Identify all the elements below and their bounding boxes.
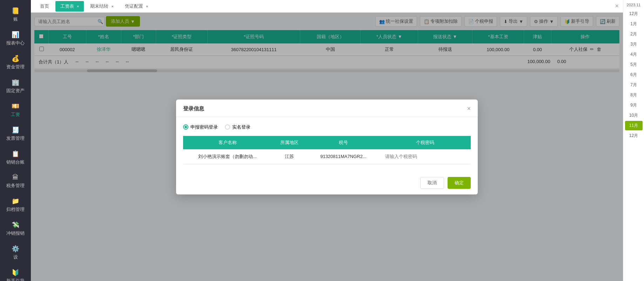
modal-table: 客户名称 所属地区 税号 个税密码 刘小艳演示账套（勿删勿动... 江苏 913…: [183, 136, 471, 164]
sidebar-item-label: 冲销报销: [6, 230, 25, 237]
modal-header: 登录信息 ×: [176, 100, 478, 117]
sidebar-item-label: 资金管理: [6, 64, 25, 70]
sidebar-item-assets[interactable]: 🏢 固定资产: [0, 74, 31, 98]
sidebar-item-archive[interactable]: 📁 归档管理: [0, 193, 31, 217]
cal-month-11[interactable]: 11月: [625, 121, 643, 130]
modal-col-tax-number: 税号: [307, 136, 380, 149]
tab-period-end-label: 期末结转: [90, 3, 108, 9]
tab-period-end[interactable]: 期末结转 ×: [85, 1, 118, 12]
sidebar-item-label: 发票管理: [6, 135, 25, 142]
cal-month-10[interactable]: 10月: [625, 111, 643, 120]
cal-month-7[interactable]: 7月: [625, 80, 643, 90]
sidebar-item-report[interactable]: 📊 报表中心: [0, 27, 31, 50]
modal-cell-tax-number: 91320811MA7NGR2...: [307, 149, 380, 164]
cal-month-12-prev[interactable]: 12月: [625, 9, 643, 19]
cal-month-9[interactable]: 9月: [625, 101, 643, 110]
report-icon: 📊: [12, 31, 19, 39]
cal-month-12[interactable]: 12月: [625, 131, 643, 140]
sidebar-item-label: 报表中心: [6, 40, 25, 46]
content-area: 🔍 添加人员 ▼ 👥 统一社保设置 📋 专项附加扣除 📄 个税申报 ⬇ 导出: [31, 13, 623, 281]
cal-month-5[interactable]: 5月: [625, 60, 643, 69]
reimbursement-icon: 💸: [12, 221, 19, 229]
modal-col-client: 客户名称: [183, 136, 272, 149]
modal-close-button[interactable]: ×: [467, 105, 471, 112]
sidebar-item-label: 归档管理: [6, 206, 25, 213]
sidebar-item-label: 工资: [11, 111, 20, 118]
radio-realname-label: 实名登录: [232, 124, 250, 130]
tax-password-input[interactable]: [385, 154, 467, 159]
sidebar-item-funds[interactable]: 💰 资金管理: [0, 50, 31, 74]
close-main-icon[interactable]: ×: [615, 2, 619, 10]
sidebar-item-account[interactable]: 📒 账: [0, 3, 31, 27]
tax-icon: 🏛: [12, 174, 19, 181]
calendar-year: 2023.11: [627, 3, 641, 7]
close-period-tab-icon[interactable]: ×: [111, 4, 113, 8]
sidebar-item-label: 销销台账: [6, 159, 25, 165]
tab-home[interactable]: 首页: [35, 1, 54, 12]
sidebar-item-invoice[interactable]: 🧾 发票管理: [0, 122, 31, 146]
guide-icon: 🔰: [12, 269, 19, 276]
confirm-button[interactable]: 确定: [448, 177, 471, 189]
tab-home-label: 首页: [40, 3, 49, 9]
login-info-modal: 登录信息 × 申报密码登录 实名登录: [176, 100, 478, 194]
radio-realname-login[interactable]: 实名登录: [225, 124, 250, 130]
calendar-panel: 2023.11 12月 1月 2月 3月 4月 5月 6月 7月 8月 9月 1…: [623, 0, 644, 281]
sidebar-item-salary[interactable]: 💴 工资: [0, 98, 31, 122]
modal-cell-password[interactable]: [380, 149, 471, 164]
tab-salary-label: 工资表: [60, 3, 74, 9]
settings-icon: ⚙️: [12, 245, 19, 253]
modal-col-region: 所属地区: [272, 136, 307, 149]
main-area: 首页 工资表 × 期末结转 × 凭证配置 × × 🔍 添加人员 ▼: [31, 0, 623, 281]
archive-icon: 📁: [12, 197, 19, 205]
cal-month-1[interactable]: 1月: [625, 19, 643, 29]
modal-table-row: 刘小艳演示账套（勿删勿动... 江苏 91320811MA7NGR2...: [183, 149, 471, 164]
tab-voucher-config[interactable]: 凭证配置 ×: [120, 1, 153, 12]
cal-month-2[interactable]: 2月: [625, 29, 643, 39]
tab-bar: 首页 工资表 × 期末结转 × 凭证配置 × ×: [31, 0, 623, 13]
modal-footer: 取消 确定: [176, 171, 478, 194]
tab-voucher-label: 凭证配置: [125, 3, 143, 9]
sidebar-item-label: 新手引导: [6, 278, 25, 281]
tab-salary[interactable]: 工资表 ×: [55, 1, 84, 12]
radio-password-circle: [183, 124, 188, 130]
modal-cell-client-name: 刘小艳演示账套（勿删勿动...: [183, 149, 272, 164]
radio-realname-circle: [225, 124, 230, 130]
invoice-icon: 🧾: [12, 126, 19, 134]
modal-overlay: 登录信息 × 申报密码登录 实名登录: [31, 13, 623, 281]
cal-month-4[interactable]: 4月: [625, 50, 643, 59]
ledger-icon: 📋: [12, 150, 19, 158]
cal-month-8[interactable]: 8月: [625, 90, 643, 100]
radio-password-login[interactable]: 申报密码登录: [183, 124, 218, 130]
account-icon: 📒: [12, 7, 19, 15]
modal-cell-region: 江苏: [272, 149, 307, 164]
sidebar-item-reimbursement[interactable]: 💸 冲销报销: [0, 217, 31, 241]
sidebar-item-settings[interactable]: ⚙️ 设: [0, 241, 31, 265]
radio-group: 申报密码登录 实名登录: [183, 124, 471, 130]
cancel-button[interactable]: 取消: [420, 177, 444, 189]
cal-month-6[interactable]: 6月: [625, 70, 643, 80]
sidebar-item-label: 固定资产: [6, 88, 25, 94]
radio-password-label: 申报密码登录: [190, 124, 218, 130]
sidebar-item-label: 账: [13, 16, 18, 22]
sidebar-item-guide[interactable]: 🔰 新手引导: [0, 265, 31, 281]
modal-body: 申报密码登录 实名登录 客户名称 所属地区: [176, 117, 478, 171]
sidebar: 📒 账 📊 报表中心 💰 资金管理 🏢 固定资产 💴 工资 🧾 发票管理 📋 销…: [0, 0, 31, 281]
sidebar-item-label: 设: [13, 254, 18, 260]
modal-col-password: 个税密码: [380, 136, 471, 149]
cal-month-3[interactable]: 3月: [625, 40, 643, 49]
funds-icon: 💰: [12, 55, 19, 62]
modal-title: 登录信息: [183, 105, 204, 112]
sidebar-item-tax[interactable]: 🏛 税务管理: [0, 170, 31, 193]
sidebar-item-label: 税务管理: [6, 183, 25, 189]
sidebar-item-ledger[interactable]: 📋 销销台账: [0, 146, 31, 170]
salary-icon: 💴: [12, 102, 19, 110]
close-voucher-tab-icon[interactable]: ×: [146, 4, 148, 8]
close-salary-tab-icon[interactable]: ×: [77, 4, 79, 8]
assets-icon: 🏢: [12, 78, 19, 86]
